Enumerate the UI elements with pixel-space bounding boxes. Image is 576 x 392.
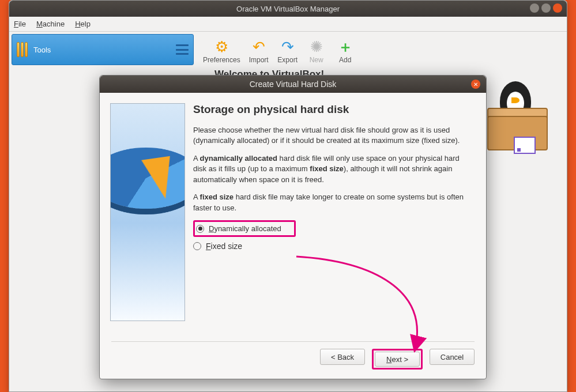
window-title: Oracle VM VirtualBox Manager [236,5,340,13]
next-button[interactable]: Next > [375,352,420,367]
wizard-illustration [110,103,185,321]
tools-panel[interactable]: Tools [12,34,194,65]
minimize-icon[interactable] [530,3,539,13]
dialog-para-2: A dynamically allocated hard disk file w… [193,153,475,185]
radio-fixed-label[interactable]: Fixed size [206,242,242,251]
radio-fixed[interactable] [193,242,201,250]
radio-dynamic-label[interactable]: Dynamically allocated [209,224,281,233]
new-button: ✺ New [306,37,327,64]
plus-icon: ＋ [335,37,356,56]
window-controls [530,3,562,13]
create-vhd-dialog: Create Virtual Hard Disk ✕ Storage on ph… [99,75,487,379]
add-button[interactable]: ＋ Add [335,37,356,64]
dialog-para-3: A fixed size hard disk file may take lon… [193,192,475,213]
titlebar: Oracle VM VirtualBox Manager [9,1,567,17]
import-button[interactable]: ↶ Import [249,37,269,64]
dialog-para-1: Please choose whether the new virtual ha… [193,125,475,146]
highlight-next: Next > [372,349,423,370]
toolbar-row: Tools ⚙ Preferences ↶ Import ↷ Export ✺ … [9,32,567,67]
dialog-title: Create Virtual Hard Disk [250,80,337,89]
menu-machine[interactable]: Machine [36,20,65,28]
close-icon[interactable] [553,3,562,13]
tools-label: Tools [33,46,51,54]
new-icon: ✺ [306,37,327,56]
dialog-titlebar: Create Virtual Hard Disk ✕ [100,76,486,93]
list-icon[interactable] [176,44,189,55]
back-button[interactable]: < Back [320,349,365,365]
gear-icon: ⚙ [211,37,232,56]
cancel-button[interactable]: Cancel [430,349,475,365]
highlight-dynamic: Dynamically allocated [193,220,296,237]
menu-file[interactable]: File [14,20,26,28]
storage-type-radio-group: Dynamically allocated Fixed size [193,220,475,251]
menu-help[interactable]: Help [75,20,91,28]
tux-toolbox-illustration [481,81,556,162]
export-button[interactable]: ↷ Export [277,37,298,64]
radio-dynamic[interactable] [196,225,204,233]
toolbar: ⚙ Preferences ↶ Import ↷ Export ✺ New ＋ … [196,32,363,67]
preferences-button[interactable]: ⚙ Preferences [203,37,240,64]
tools-icon [17,42,28,57]
menubar: File Machine Help [9,17,567,32]
dialog-heading: Storage on physical hard disk [193,103,475,116]
import-icon: ↶ [249,37,269,56]
dialog-close-icon[interactable]: ✕ [471,80,480,89]
dialog-button-row: < Back Next > Cancel [111,341,475,370]
export-icon: ↷ [277,37,298,56]
maximize-icon[interactable] [541,3,551,13]
dialog-content: Storage on physical hard disk Please cho… [193,103,475,321]
